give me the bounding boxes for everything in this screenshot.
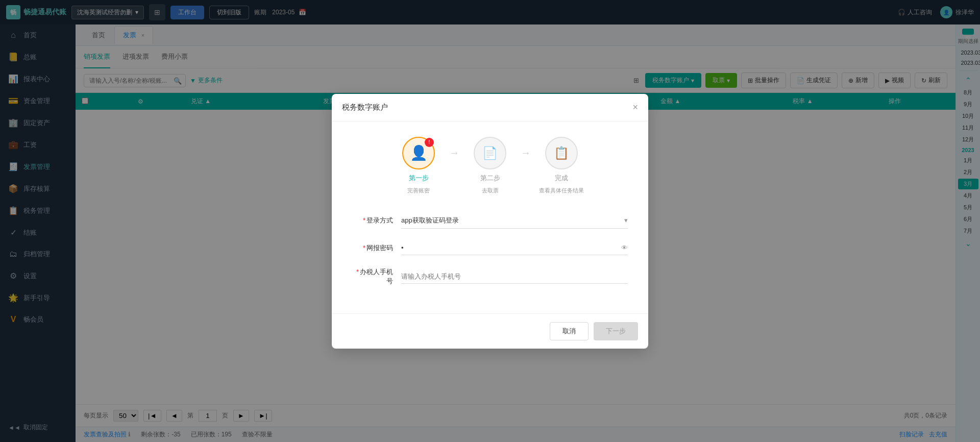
step-arrow-2: → <box>521 137 531 159</box>
step-1-label: 第一步 <box>409 174 429 183</box>
login-method-select[interactable]: app获取验证码登录 ▾ <box>401 213 628 229</box>
step-3-label: 完成 <box>555 174 568 183</box>
step-3-icon: 📋 <box>545 137 578 169</box>
phone-row: *办税人手机号 <box>352 267 628 286</box>
login-method-label: *登录方式 <box>352 216 393 225</box>
phone-control <box>401 269 628 284</box>
password-label: *网报密码 <box>352 243 393 253</box>
password-row: *网报密码 • 👁 <box>352 241 628 255</box>
login-method-row: *登录方式 app获取验证码登录 ▾ <box>352 213 628 229</box>
document-icon: 📄 <box>482 146 498 160</box>
step-1-desc: 完善账密 <box>407 187 430 194</box>
person-icon: 👤 <box>410 144 428 161</box>
phone-field <box>401 269 628 284</box>
step-3: 📋 完成 查看具体任务结果 <box>531 137 592 194</box>
dialog-footer: 取消 下一步 <box>332 313 648 349</box>
step-2-label: 第二步 <box>480 174 500 183</box>
chevron-down-icon: ▾ <box>624 216 628 224</box>
password-control: • 👁 <box>401 241 628 255</box>
password-toggle-icon[interactable]: 👁 <box>621 244 628 252</box>
next-button[interactable]: 下一步 <box>594 322 638 340</box>
step-1: 👤 ! 第一步 完善账密 <box>388 137 449 194</box>
tax-account-dialog: 税务数字账户 × 👤 ! 第一步 完善账密 → <box>332 94 648 349</box>
dialog-title: 税务数字账户 <box>342 103 388 112</box>
cancel-button[interactable]: 取消 <box>550 322 589 340</box>
dialog-header: 税务数字账户 × <box>332 94 648 121</box>
login-method-control: app获取验证码登录 ▾ <box>401 213 628 229</box>
step-arrow-1: → <box>449 137 459 159</box>
step-3-desc: 查看具体任务结果 <box>539 187 584 194</box>
step-1-error-badge: ! <box>425 138 434 147</box>
steps-indicator: 👤 ! 第一步 完善账密 → 📄 第二步 去取票 → <box>352 137 628 194</box>
password-field: • 👁 <box>401 241 628 255</box>
step-2: 📄 第二步 去取票 <box>459 137 521 194</box>
phone-label: *办税人手机号 <box>352 267 393 286</box>
checklist-icon: 📋 <box>554 146 569 160</box>
dialog-body: 👤 ! 第一步 完善账密 → 📄 第二步 去取票 → <box>332 121 648 313</box>
phone-input[interactable] <box>401 273 628 280</box>
step-2-desc: 去取票 <box>482 187 499 194</box>
step-1-icon: 👤 ! <box>402 137 435 169</box>
dialog-overlay: 税务数字账户 × 👤 ! 第一步 完善账密 → <box>0 0 980 442</box>
step-2-icon: 📄 <box>474 137 506 169</box>
dialog-close-button[interactable]: × <box>632 102 638 113</box>
